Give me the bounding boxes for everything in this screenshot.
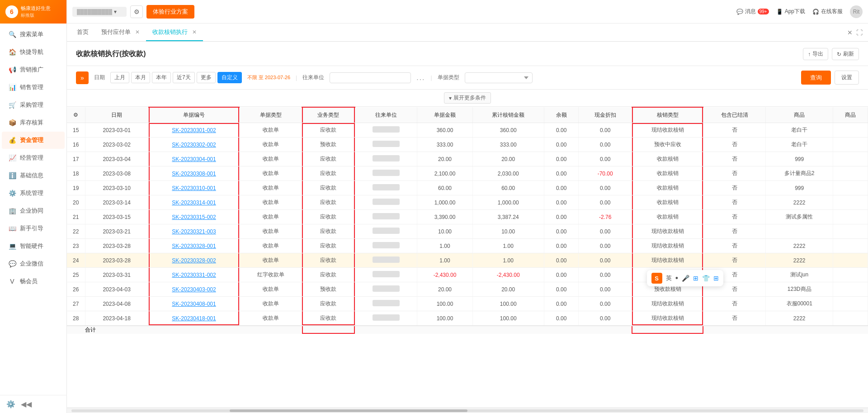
row-date: 2023-03-28 [85, 253, 148, 268]
custom-date-button[interactable]: 自定义 [217, 72, 242, 83]
ime-mic-icon[interactable]: 🎤 [682, 275, 689, 282]
row-amount: 20.00 [417, 152, 472, 166]
app-download-button[interactable]: 📱 App下载 [776, 8, 805, 15]
row-cash-discount: 0.00 [579, 224, 632, 239]
sidebar-item-finance[interactable]: 💰 资金管理 [2, 132, 65, 149]
gear-button[interactable]: ⚙ [130, 5, 143, 18]
scrollbar-thumb[interactable] [230, 409, 467, 412]
sidebar-item-label: 采购管理 [20, 101, 43, 109]
row-unit [355, 152, 417, 166]
sidebar-item-inventory[interactable]: 📦 库存核算 [2, 114, 65, 131]
tab-close-writeoff-icon[interactable]: ✕ [192, 29, 197, 35]
ime-dot-icon[interactable]: • [675, 274, 678, 283]
close-tab-icon[interactable]: ✕ [847, 29, 853, 36]
row-amount: 20.00 [417, 282, 472, 297]
industry-solution-button[interactable]: 体验行业方案 [146, 5, 194, 19]
row-product: 衣服00001 [766, 297, 833, 311]
last-7days-button[interactable]: 近7天 [173, 72, 195, 83]
row-bill-no[interactable]: SK-20230302-002 [148, 138, 240, 152]
filter-settings-button[interactable]: 设置 [835, 71, 859, 85]
maximize-icon[interactable]: ⛶ [856, 29, 863, 36]
sidebar-item-sales[interactable]: 📊 销售管理 [2, 79, 65, 96]
ime-grid-icon[interactable]: ⊞ [713, 275, 719, 282]
row-product: 多计量商品2 [766, 166, 833, 181]
query-button[interactable]: 查询 [801, 71, 831, 85]
tab-prepay-order[interactable]: 预付应付单 ✕ [95, 24, 146, 41]
filter-more-icon[interactable]: ... [416, 74, 425, 82]
col-include-settled-header: 包含已结清 [703, 107, 766, 123]
row-bill-no[interactable]: SK-20230304-001 [148, 152, 240, 166]
bill-type-select[interactable] [465, 72, 533, 83]
row-biz-type: 应收款 [302, 224, 355, 239]
tab-writeoff-label: 收款核销执行 [152, 28, 188, 36]
user-avatar[interactable]: Rit [850, 5, 863, 18]
row-bill-type: 红字收款单 [240, 268, 302, 282]
row-no: 26 [67, 282, 85, 297]
this-month-button[interactable]: 本月 [131, 72, 150, 83]
filter-date-buttons: 上月 本月 本年 近7天 更多 自定义 [110, 72, 242, 83]
row-balance: 0.00 [544, 297, 579, 311]
row-bill-no[interactable]: SK-20230328-002 [148, 253, 240, 268]
row-bill-no[interactable]: SK-20230403-002 [148, 282, 240, 297]
sidebar-item-system[interactable]: ⚙️ 系统管理 [2, 185, 65, 202]
footer-label: 合计 [85, 326, 302, 334]
ime-keyboard-icon[interactable]: ⊞ [693, 275, 698, 282]
row-bill-no[interactable]: SK-20230314-001 [148, 195, 240, 210]
more-date-button[interactable]: 更多 [197, 72, 216, 83]
footer-collapse-icon[interactable]: ◀◀ [21, 400, 32, 408]
row-bill-no[interactable]: SK-20230328-001 [148, 239, 240, 253]
row-bill-no[interactable]: SK-20230418-001 [148, 311, 240, 326]
row-cash-discount: -2.76 [579, 210, 632, 224]
scrollbar-track[interactable] [71, 409, 863, 412]
row-writeoff-type: 收款核销 [632, 181, 703, 195]
sidebar-item-marketing[interactable]: 📢 营销推广 [2, 61, 65, 78]
sidebar-item-purchase[interactable]: 🛒 采购管理 [2, 96, 65, 114]
online-service-button[interactable]: 🎧 在线客服 [812, 8, 843, 15]
row-product2 [833, 152, 868, 166]
sidebar-item-quick-nav[interactable]: 🏠 快捷导航 [2, 43, 65, 61]
horizontal-scrollbar[interactable] [67, 408, 868, 413]
unit-filter-input[interactable] [330, 72, 411, 83]
sidebar-item-wechat[interactable]: 💬 企业微信 [2, 255, 65, 272]
row-bill-no[interactable]: SK-20230301-002 [148, 123, 240, 138]
sidebar-item-operations[interactable]: 📈 经营管理 [2, 149, 65, 166]
row-amount: -2,430.00 [417, 268, 472, 282]
col-settings-header[interactable]: ⚙ [67, 107, 85, 123]
table-settings-icon[interactable]: ⚙ [73, 112, 78, 118]
this-year-button[interactable]: 本年 [152, 72, 171, 83]
ime-shirt-icon[interactable]: 👕 [702, 275, 710, 282]
expand-more-button[interactable]: ▾ 展开更多条件 [444, 92, 491, 104]
tab-close-prepay-icon[interactable]: ✕ [135, 29, 140, 35]
row-bill-no[interactable]: SK-20230315-002 [148, 210, 240, 224]
row-bill-no[interactable]: SK-20230308-001 [148, 166, 240, 181]
sidebar-item-enterprise[interactable]: 🏢 企业协同 [2, 202, 65, 219]
row-bill-no[interactable]: SK-20230321-003 [148, 224, 240, 239]
row-biz-type: 应收款 [302, 166, 355, 181]
sidebar-item-label: 经营管理 [20, 154, 43, 162]
row-biz-type: 应收款 [302, 123, 355, 138]
tab-collection-writeoff[interactable]: 收款核销执行 ✕ [146, 24, 203, 41]
footer-settings-icon[interactable]: ⚙️ [6, 400, 15, 408]
sidebar-item-basic[interactable]: ℹ️ 基础信息 [2, 167, 65, 184]
messages-button[interactable]: 💬 消息 99+ [736, 8, 769, 15]
ime-text-icon[interactable]: 英 [666, 274, 672, 282]
sidebar-item-member[interactable]: V 畅会员 [2, 273, 65, 290]
sidebar-item-guide[interactable]: 📖 新手引导 [2, 220, 65, 237]
row-product2 [833, 123, 868, 138]
row-bill-no[interactable]: SK-20230408-001 [148, 297, 240, 311]
tab-home[interactable]: 首页 [71, 24, 95, 41]
last-month-button[interactable]: 上月 [110, 72, 129, 83]
export-button[interactable]: ↑ 导出 [803, 48, 828, 60]
header-workspace-dropdown[interactable]: ██████████ ▾ [72, 7, 127, 17]
row-balance: 0.00 [544, 253, 579, 268]
filter-toggle-button[interactable]: » [76, 71, 89, 84]
row-product: 测试jun [766, 268, 833, 282]
sidebar-item-hardware[interactable]: 💻 智能硬件 [2, 237, 65, 255]
row-date: 2023-03-02 [85, 138, 148, 152]
sidebar-item-search[interactable]: 🔍 搜索菜单 [2, 26, 65, 43]
refresh-button[interactable]: ↻ 刷新 [832, 48, 859, 60]
col-cash-discount-header: 现金折扣 [579, 107, 632, 123]
row-bill-no[interactable]: SK-20230331-002 [148, 268, 240, 282]
row-bill-no[interactable]: SK-20230310-001 [148, 181, 240, 195]
data-table-wrapper[interactable]: ⚙ 日期 单据编号 单据类型 业务类型 往来单位 单据金额 累计核销金额 余额 … [67, 107, 868, 408]
